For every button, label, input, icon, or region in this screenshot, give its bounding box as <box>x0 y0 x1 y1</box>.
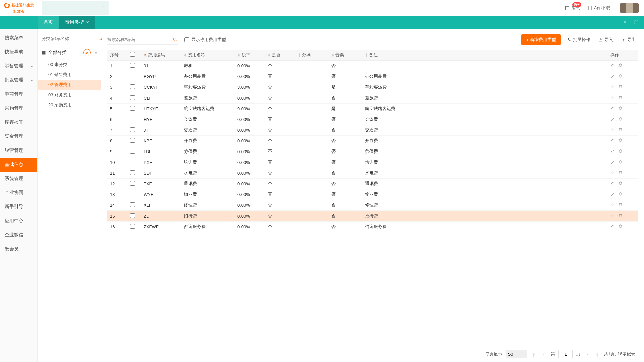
close-all-tabs-icon[interactable] <box>621 19 629 26</box>
add-fee-type-button[interactable]: + 新增费用类型 <box>521 34 561 45</box>
table-row[interactable]: 6HYF会议费0.00%否否会议费 <box>107 114 638 125</box>
edit-icon[interactable] <box>610 138 615 142</box>
delete-icon[interactable] <box>618 170 623 175</box>
table-row[interactable]: 13WYF物业费0.00%否否物业费 <box>107 189 638 200</box>
fullscreen-icon[interactable] <box>633 19 640 26</box>
tab-首页[interactable]: 首页 <box>38 16 59 29</box>
row-checkbox[interactable] <box>130 170 135 175</box>
row-checkbox[interactable] <box>130 202 135 207</box>
table-row[interactable]: 8KBF开办费0.00%否否开办费 <box>107 135 638 146</box>
row-checkbox[interactable] <box>130 149 135 154</box>
search-input[interactable] <box>107 37 173 42</box>
edit-icon[interactable] <box>610 106 615 110</box>
last-page-button[interactable]: ›| <box>594 351 600 357</box>
column-code[interactable]: ▲▼费用编码 <box>141 50 181 60</box>
prev-page-button[interactable]: ‹ <box>541 351 547 357</box>
table-row[interactable]: 9LBF劳保费0.00%否否劳保费 <box>107 146 638 157</box>
category-search-input[interactable] <box>42 36 98 41</box>
table-row[interactable]: 10PXF培训费0.00%否否培训费 <box>107 157 638 168</box>
table-row[interactable]: 4CLF差旅费0.00%否否差旅费 <box>107 93 638 103</box>
row-checkbox[interactable] <box>130 74 135 78</box>
column-ticket[interactable]: ▲▼普票... <box>329 50 362 60</box>
user-avatar[interactable] <box>620 3 639 13</box>
delete-icon[interactable] <box>618 181 623 185</box>
row-checkbox[interactable] <box>130 224 135 229</box>
row-checkbox[interactable] <box>130 84 135 89</box>
nav-item-企业微信[interactable]: 企业微信 <box>0 228 37 242</box>
edit-icon[interactable] <box>610 74 615 78</box>
delete-icon[interactable] <box>618 74 623 78</box>
row-checkbox[interactable] <box>130 181 135 186</box>
delete-icon[interactable] <box>618 149 623 153</box>
table-row[interactable]: 3CCKYF车船客运费3.00%否是车船客运费 <box>107 82 638 93</box>
search-icon[interactable] <box>98 36 103 41</box>
row-checkbox[interactable] <box>130 63 135 68</box>
column-remark[interactable]: ▲▼备注 <box>362 50 608 60</box>
search-icon[interactable] <box>173 37 178 42</box>
column-bool1[interactable]: ▲▼是否... <box>265 50 295 60</box>
edit-icon[interactable] <box>610 192 615 196</box>
close-icon[interactable]: ✕ <box>86 20 89 25</box>
table-row[interactable]: 16ZXFWF咨询服务费0.00%否否咨询服务费 <box>107 221 638 232</box>
app-download-button[interactable]: App下载 <box>587 5 610 11</box>
show-disabled-input[interactable] <box>184 37 189 42</box>
import-button[interactable]: 导入 <box>596 37 615 43</box>
column-apportion[interactable]: ▲▼分摊... <box>295 50 329 60</box>
edit-icon[interactable] <box>610 127 615 132</box>
select-all-checkbox[interactable] <box>130 52 135 57</box>
edit-icon[interactable] <box>610 149 615 153</box>
delete-icon[interactable] <box>618 192 623 196</box>
edit-icon[interactable] <box>610 63 615 67</box>
first-page-button[interactable]: |‹ <box>531 351 537 357</box>
nav-item-零售管理[interactable]: 零售管理▸ <box>0 59 37 73</box>
nav-item-经营管理[interactable]: 经营管理 <box>0 143 37 158</box>
delete-icon[interactable] <box>618 106 623 110</box>
table-row[interactable]: 101房租0.00%否否 <box>107 60 638 71</box>
table-row[interactable]: 14XLF修理费0.00%否否修理费 <box>107 200 638 210</box>
all-categories-label[interactable]: 全部分类 <box>48 50 67 56</box>
delete-icon[interactable] <box>618 224 623 228</box>
edit-icon[interactable] <box>610 170 615 175</box>
delete-icon[interactable] <box>618 138 623 142</box>
delete-icon[interactable] <box>618 160 623 164</box>
nav-item-资金管理[interactable]: 资金管理 <box>0 129 37 143</box>
nav-item-库存核算[interactable]: 库存核算 <box>0 115 37 129</box>
delete-icon[interactable] <box>618 127 623 132</box>
messages-button[interactable]: 消息 99+ <box>565 5 580 11</box>
nav-item-电商管理[interactable]: 电商管理 <box>0 87 37 101</box>
category-item[interactable]: 00 未分类 <box>38 60 101 70</box>
column-seq[interactable]: 序号 <box>107 50 127 60</box>
edit-icon[interactable] <box>610 160 615 164</box>
delete-icon[interactable] <box>618 95 623 100</box>
edit-category-button[interactable] <box>83 49 91 56</box>
table-row[interactable]: 12TXF通讯费0.00%否否通讯费 <box>107 178 638 189</box>
tab-费用类型[interactable]: 费用类型✕ <box>59 16 95 29</box>
nav-item-企业协同[interactable]: 企业协同 <box>0 186 37 200</box>
org-selector[interactable]: ˅ <box>42 1 109 15</box>
category-item[interactable]: 02 管理费用 <box>38 80 101 90</box>
row-checkbox[interactable] <box>130 127 135 132</box>
page-input[interactable] <box>558 350 573 358</box>
edit-icon[interactable] <box>610 202 615 207</box>
delete-icon[interactable] <box>618 63 623 67</box>
row-checkbox[interactable] <box>130 160 135 164</box>
row-checkbox[interactable] <box>130 192 135 196</box>
edit-icon[interactable] <box>610 117 615 121</box>
nav-item-快捷导航[interactable]: 快捷导航 <box>0 45 37 59</box>
row-checkbox[interactable] <box>130 117 135 121</box>
edit-icon[interactable] <box>610 213 615 218</box>
nav-item-畅会员[interactable]: 畅会员 <box>0 242 37 256</box>
row-checkbox[interactable] <box>130 106 135 111</box>
delete-icon[interactable] <box>618 117 623 121</box>
category-item[interactable]: 01 销售费用 <box>38 70 101 80</box>
per-page-select[interactable]: 50 <box>506 350 527 358</box>
edit-icon[interactable] <box>610 224 615 228</box>
delete-icon[interactable] <box>618 213 623 218</box>
table-row[interactable]: 7JTF交通费0.00%否否交通费 <box>107 125 638 135</box>
row-checkbox[interactable] <box>130 95 135 100</box>
nav-item-应用中心[interactable]: 应用中心 <box>0 214 37 228</box>
nav-item-基础信息[interactable]: 基础信息 <box>0 158 37 172</box>
nav-item-批发管理[interactable]: 批发管理▸ <box>0 73 37 87</box>
column-name[interactable]: ▲▼费用名称 <box>181 50 235 60</box>
category-item[interactable]: 20 采购费用 <box>38 100 101 110</box>
